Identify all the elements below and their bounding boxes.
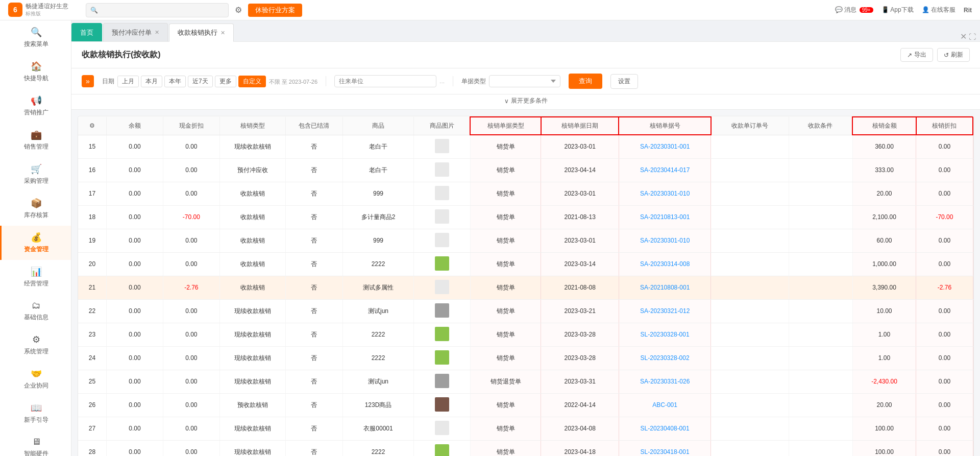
sidebar-item-hardware[interactable]: 🖥智能硬件 bbox=[0, 430, 71, 456]
voucher-no-link[interactable]: SL-20230418-001 bbox=[641, 448, 690, 455]
cell-verify_type: 现续收款核销 bbox=[219, 346, 285, 370]
cell-voucher_no[interactable]: ABC-001 bbox=[619, 393, 710, 417]
voucher-no-link[interactable]: SA-20230301-001 bbox=[640, 143, 690, 150]
sidebar-item-system[interactable]: ⚙系统管理 bbox=[0, 328, 71, 362]
industry-solution-button[interactable]: 休验行业方案 bbox=[248, 4, 302, 17]
cell-balance: 0.00 bbox=[106, 158, 163, 182]
voucher-no-link[interactable]: SA-20230414-017 bbox=[640, 166, 690, 174]
product-image bbox=[435, 303, 449, 318]
query-button[interactable]: 查询 bbox=[569, 74, 602, 89]
settings-button[interactable]: 设置 bbox=[610, 74, 638, 89]
cell-voucher_date: 2023-03-28 bbox=[541, 346, 619, 370]
voucher-no-link[interactable]: SA-20230301-010 bbox=[640, 237, 690, 244]
sidebar-item-inventory[interactable]: 📦库存核算 bbox=[0, 191, 71, 226]
cell-voucher_date: 2023-04-08 bbox=[541, 417, 619, 440]
partner-input[interactable] bbox=[334, 75, 436, 87]
cell-cash_discount: 0.00 bbox=[163, 323, 219, 346]
app-download-button[interactable]: 📱 App下载 bbox=[881, 6, 914, 14]
sidebar-item-marketing[interactable]: 📢营销推广 bbox=[0, 89, 71, 123]
cell-voucher_no[interactable]: SA-20230314-008 bbox=[619, 252, 710, 276]
date-btn-this-year[interactable]: 本年 bbox=[164, 76, 186, 87]
voucher-no-link[interactable]: ABC-001 bbox=[652, 401, 677, 409]
message-button[interactable]: 💬 消息 99+ bbox=[835, 6, 873, 14]
refresh-icon: ↺ bbox=[944, 52, 949, 59]
top-search-bar[interactable]: 🔍 bbox=[86, 3, 229, 17]
cell-voucher_no[interactable]: SA-20230301-001 bbox=[619, 135, 710, 158]
cell-verify_type: 现续收款核销 bbox=[219, 440, 285, 456]
sidebar-item-sales[interactable]: 💼销售管理 bbox=[0, 123, 71, 157]
voucher-no-link[interactable]: SL-20230328-001 bbox=[641, 331, 690, 338]
product-image bbox=[435, 256, 449, 271]
cell-included: 否 bbox=[285, 393, 342, 417]
refresh-button[interactable]: ↺ 刷新 bbox=[937, 48, 970, 62]
cell-voucher_no[interactable]: SA-20230321-012 bbox=[619, 299, 710, 323]
voucher-no-link[interactable]: SA-20230331-026 bbox=[640, 378, 690, 385]
voucher-type-select[interactable] bbox=[489, 75, 560, 87]
sidebar: 🔍搜索菜单🏠快捷导航📢营销推广💼销售管理🛒采购管理📦库存核算💰资金管理📊经营管理… bbox=[0, 20, 71, 456]
cell-voucher_no[interactable]: SA-20210813-001 bbox=[619, 205, 710, 229]
voucher-no-link[interactable]: SA-20230314-008 bbox=[640, 260, 690, 268]
cell-receipt_order bbox=[711, 252, 789, 276]
tab-home[interactable]: 首页 bbox=[71, 23, 102, 41]
cell-included: 否 bbox=[285, 135, 342, 158]
date-btn-custom[interactable]: 自定义 bbox=[238, 76, 266, 87]
export-button[interactable]: ↗ 导出 bbox=[900, 48, 933, 62]
voucher-no-link[interactable]: SA-20230321-012 bbox=[640, 307, 690, 315]
cell-voucher_no[interactable]: SL-20230418-001 bbox=[619, 440, 710, 456]
sidebar-item-quicknav[interactable]: 🏠快捷导航 bbox=[0, 55, 71, 89]
voucher-no-link[interactable]: SL-20230408-001 bbox=[641, 425, 690, 432]
cell-verify_amount: 333.00 bbox=[852, 158, 916, 182]
voucher-no-link[interactable]: SA-20230301-010 bbox=[640, 190, 690, 197]
tab-collect[interactable]: 收款核销执行✕ bbox=[169, 23, 234, 42]
cell-verify_amount: 60.00 bbox=[852, 229, 916, 252]
data-table-container: ⚙余额现金折扣核销类型包含已结清商品商品图片核销单据类型核销单据日期核销单据号收… bbox=[78, 116, 974, 456]
sidebar-item-label: 经营管理 bbox=[24, 279, 48, 288]
tab-label-collect: 收款核销执行 bbox=[178, 28, 217, 37]
expand-conditions-button[interactable]: ∨ 展开更多条件 bbox=[504, 97, 548, 105]
cell-product_img bbox=[413, 158, 470, 182]
online-service-button[interactable]: 👤 在线客服 bbox=[922, 6, 955, 14]
maximize-icon[interactable]: ⛶ bbox=[969, 33, 976, 41]
cell-cash_discount: 0.00 bbox=[163, 229, 219, 252]
cell-voucher_no[interactable]: SA-20230414-017 bbox=[619, 158, 710, 182]
cell-voucher_no[interactable]: SA-20230301-010 bbox=[619, 229, 710, 252]
date-btn-more[interactable]: 更多 bbox=[215, 76, 236, 87]
tab-close-collect[interactable]: ✕ bbox=[220, 30, 225, 36]
date-btn-last-month[interactable]: 上月 bbox=[117, 76, 139, 87]
sidebar-item-finance[interactable]: 💰资金管理 bbox=[0, 226, 71, 260]
close-window-icon[interactable]: ✕ bbox=[960, 32, 967, 41]
sidebar-item-guide[interactable]: 📖新手引导 bbox=[0, 396, 71, 430]
cell-verify_type: 现续收款核销 bbox=[219, 417, 285, 440]
cell-receipt_terms bbox=[789, 252, 852, 276]
gear-icon[interactable]: ⚙ bbox=[235, 5, 242, 15]
cell-product: 999 bbox=[343, 229, 414, 252]
sidebar-item-operations[interactable]: 📊经营管理 bbox=[0, 260, 71, 294]
cell-verify_discount: -70.00 bbox=[916, 205, 973, 229]
cell-voucher_no[interactable]: SL-20230328-002 bbox=[619, 346, 710, 370]
tab-close-prepay[interactable]: ✕ bbox=[155, 29, 159, 36]
sidebar-item-purchase[interactable]: 🛒采购管理 bbox=[0, 157, 71, 191]
cell-product_img bbox=[413, 393, 470, 417]
cell-verify_discount: -2.76 bbox=[916, 276, 973, 299]
date-quick-buttons: 上月 本月 本年 近7天 更多 自定义 bbox=[117, 76, 266, 87]
cell-balance: 0.00 bbox=[106, 393, 163, 417]
expand-conditions-bar: ∨ 展开更多条件 bbox=[71, 94, 980, 110]
filter-toggle-button[interactable]: » bbox=[82, 75, 94, 87]
tab-prepay[interactable]: 预付冲应付单✕ bbox=[103, 23, 168, 41]
sidebar-item-basic[interactable]: 🗂基础信息 bbox=[0, 294, 71, 328]
cell-voucher_no[interactable]: SL-20230408-001 bbox=[619, 417, 710, 440]
voucher-no-link[interactable]: SL-20230328-002 bbox=[641, 354, 690, 362]
logo: 6 畅捷通谊好生意 标推版 bbox=[8, 3, 80, 17]
sidebar-item-search[interactable]: 🔍搜索菜单 bbox=[0, 20, 71, 55]
cell-balance: 0.00 bbox=[106, 135, 163, 158]
sidebar-item-corp[interactable]: 🤝企业协同 bbox=[0, 362, 71, 396]
date-btn-this-month[interactable]: 本月 bbox=[141, 76, 162, 87]
cell-voucher_no[interactable]: SA-20210808-001 bbox=[619, 276, 710, 299]
date-btn-7days[interactable]: 近7天 bbox=[188, 76, 213, 87]
cell-voucher_no[interactable]: SA-20230331-026 bbox=[619, 370, 710, 393]
table-row: 220.000.00现续收款核销否测试jun销货单2023-03-21SA-20… bbox=[78, 299, 973, 323]
cell-voucher_no[interactable]: SA-20230301-010 bbox=[619, 182, 710, 205]
cell-voucher_no[interactable]: SL-20230328-001 bbox=[619, 323, 710, 346]
voucher-no-link[interactable]: SA-20210808-001 bbox=[640, 284, 690, 291]
voucher-no-link[interactable]: SA-20210813-001 bbox=[640, 213, 690, 221]
